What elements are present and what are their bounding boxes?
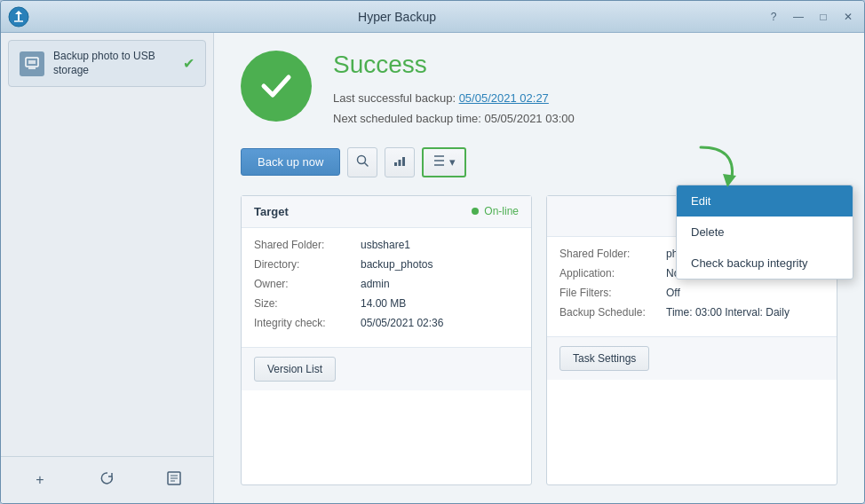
- statistics-button[interactable]: [385, 147, 415, 177]
- info-value: admin: [361, 278, 390, 290]
- table-row: Integrity check: 05/05/2021 02:36: [254, 317, 519, 329]
- close-button[interactable]: ✕: [839, 8, 857, 26]
- svg-rect-11: [402, 157, 405, 166]
- menu-item-delete[interactable]: Delete: [677, 217, 853, 248]
- window-title: Hyper Backup: [29, 10, 765, 24]
- chevron-down-icon: ▾: [449, 155, 456, 169]
- status-dot: [472, 208, 479, 215]
- target-panel-footer: Version List: [242, 347, 531, 390]
- sidebar-footer: +: [1, 456, 213, 503]
- action-bar: Back up now: [241, 147, 837, 177]
- table-row: Owner: admin: [254, 278, 519, 290]
- target-panel-header: Target On-line: [242, 196, 531, 228]
- sidebar-item-backup[interactable]: Backup photo to USB storage ✔: [8, 40, 206, 87]
- info-label: File Filters:: [559, 287, 666, 299]
- titlebar: Hyper Backup ? — □ ✕: [1, 1, 864, 33]
- menu-item-check-integrity[interactable]: Check backup integrity: [677, 248, 853, 279]
- info-value: usbshare1: [361, 239, 410, 251]
- add-icon: +: [36, 472, 44, 488]
- search-icon: [355, 154, 369, 171]
- menu-lines-icon: [433, 154, 448, 169]
- svg-rect-10: [399, 160, 401, 166]
- last-backup-info: Last successful backup: 05/05/2021 02:27: [333, 88, 837, 108]
- status-section: Success Last successful backup: 05/05/20…: [241, 51, 837, 130]
- sidebar: Backup photo to USB storage ✔ +: [1, 33, 214, 503]
- app-window: Hyper Backup ? — □ ✕ Backup photo to USB…: [0, 0, 865, 504]
- arrow-annotation: [683, 138, 754, 194]
- chart-icon: [393, 154, 407, 171]
- info-value: 14.00 MB: [361, 297, 406, 310]
- info-value: 05/05/2021 02:36: [361, 317, 443, 329]
- target-panel-title: Target: [254, 205, 289, 218]
- main-content: Success Last successful backup: 05/05/20…: [214, 33, 864, 503]
- sidebar-item-status-icon: ✔: [183, 55, 194, 72]
- sidebar-item-label: Backup photo to USB storage: [53, 50, 174, 77]
- status-info: Success Last successful backup: 05/05/20…: [333, 51, 837, 130]
- content-area: Backup photo to USB storage ✔ +: [1, 33, 864, 503]
- restore-button[interactable]: [75, 464, 139, 496]
- info-label: Directory:: [254, 258, 361, 271]
- table-row: Backup Schedule: Time: 03:00 Interval: D…: [559, 306, 824, 319]
- success-icon: [241, 51, 312, 122]
- source-panel-footer: Task Settings: [547, 336, 837, 380]
- backup-now-button[interactable]: Back up now: [241, 148, 340, 176]
- status-badge: On-line: [472, 205, 519, 217]
- maximize-button[interactable]: □: [814, 8, 832, 26]
- log-button[interactable]: [142, 464, 206, 496]
- target-panel-body: Shared Folder: usbshare1 Directory: back…: [242, 228, 531, 347]
- info-label: Shared Folder:: [559, 248, 666, 260]
- svg-line-8: [365, 162, 369, 166]
- info-value: Time: 03:00 Interval: Daily: [666, 306, 790, 319]
- task-settings-button[interactable]: Task Settings: [559, 346, 649, 371]
- log-icon: [166, 470, 182, 490]
- help-button[interactable]: ?: [765, 8, 782, 26]
- info-label: Owner:: [254, 278, 361, 290]
- more-options-button[interactable]: ▾: [422, 147, 466, 177]
- target-panel: Target On-line Shared Folder: usbshare1 …: [241, 195, 532, 485]
- info-value: backup_photos: [361, 258, 432, 271]
- status-label: On-line: [484, 205, 519, 217]
- add-task-button[interactable]: +: [8, 464, 72, 496]
- browse-versions-button[interactable]: [347, 147, 377, 177]
- info-label: Backup Schedule:: [559, 306, 666, 319]
- info-label: Shared Folder:: [254, 239, 361, 251]
- dropdown-menu: Edit Delete Check backup integrity: [676, 185, 853, 280]
- info-label: Application:: [559, 267, 666, 280]
- window-controls: ? — □ ✕: [765, 8, 857, 26]
- table-row: Directory: backup_photos: [254, 258, 519, 271]
- app-logo: [8, 6, 29, 28]
- last-backup-link[interactable]: 05/05/2021 02:27: [459, 91, 549, 105]
- svg-marker-15: [723, 174, 736, 187]
- info-label: Integrity check:: [254, 317, 361, 329]
- version-list-button[interactable]: Version List: [254, 357, 336, 382]
- table-row: Shared Folder: usbshare1: [254, 239, 519, 251]
- next-backup-info: Next scheduled backup time: 05/05/2021 0…: [333, 108, 837, 129]
- info-value: Off: [666, 287, 680, 299]
- table-row: File Filters: Off: [559, 287, 824, 299]
- svg-rect-9: [394, 162, 397, 166]
- info-label: Size:: [254, 297, 361, 310]
- svg-rect-2: [28, 60, 36, 64]
- last-backup-label: Last successful backup:: [333, 91, 459, 105]
- table-row: Size: 14.00 MB: [254, 297, 519, 310]
- status-title: Success: [333, 51, 837, 79]
- restore-icon: [99, 470, 115, 490]
- backup-task-icon: [20, 51, 44, 76]
- minimize-button[interactable]: —: [790, 8, 807, 26]
